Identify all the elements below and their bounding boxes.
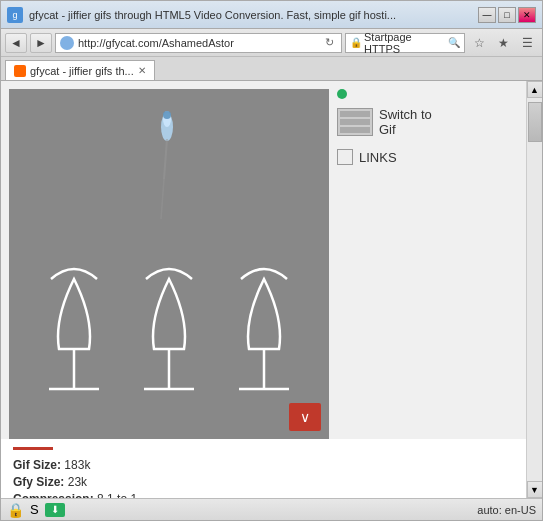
links-icon — [337, 149, 353, 165]
links-button[interactable]: LINKS — [337, 149, 501, 165]
compression-label: Compression: — [13, 492, 94, 498]
stats-area: Gif Size: 183k Gfy Size: 23k Compression… — [1, 439, 526, 498]
search-icon: 🔍 — [448, 37, 460, 48]
top-section: ∨ Switch to — [1, 81, 526, 439]
search-text: Startpage HTTPS — [364, 31, 446, 55]
compression-value: 8.1 to 1 — [97, 492, 137, 498]
scrollbar: ▲ ▼ — [526, 81, 542, 498]
title-bar: g gfycat - jiffier gifs through HTML5 Vi… — [1, 1, 542, 29]
bookmark-star-icon[interactable]: ☆ — [468, 33, 490, 53]
gfy-size-value: 23k — [68, 475, 87, 489]
refresh-button[interactable]: ↻ — [321, 35, 337, 51]
nav-bar: ◄ ► http://gfycat.com/AshamedAstor ↻ 🔒 S… — [1, 29, 542, 57]
download-icon[interactable]: ⬇ — [45, 503, 65, 517]
video-placeholder — [9, 89, 329, 439]
gfy-size-label: Gfy Size: — [13, 475, 64, 489]
browser-icon: g — [7, 7, 23, 23]
address-bar[interactable]: http://gfycat.com/AshamedAstor ↻ — [55, 33, 342, 53]
red-divider — [13, 447, 53, 450]
svg-point-3 — [163, 111, 171, 119]
arrow-down-icon: ∨ — [300, 409, 310, 425]
gif-strip-1 — [340, 111, 370, 117]
language-status: auto: en-US — [477, 504, 536, 516]
search-engine-icon: 🔒 — [350, 37, 362, 48]
content-wrapper: ∨ Switch to — [1, 81, 542, 498]
gif-strip-2 — [340, 119, 370, 125]
bookmarks-icon[interactable]: ★ — [492, 33, 514, 53]
scroll-track[interactable] — [527, 98, 542, 481]
tab-favicon — [14, 65, 26, 77]
gif-size-value: 183k — [64, 458, 90, 472]
gif-strip-3 — [340, 127, 370, 133]
video-svg — [9, 89, 329, 439]
search-bar[interactable]: 🔒 Startpage HTTPS 🔍 — [345, 33, 465, 53]
page-layout: ∨ Switch to — [1, 81, 526, 498]
tab-label: gfycat - jiffier gifs th... — [30, 65, 134, 77]
gif-size-row: Gif Size: 183k — [13, 458, 514, 472]
switch-to-gif-button[interactable]: Switch to Gif — [337, 107, 501, 137]
gif-icon — [337, 108, 373, 136]
gif-size-label: Gif Size: — [13, 458, 61, 472]
url-text: http://gfycat.com/AshamedAstor — [78, 37, 317, 49]
back-button[interactable]: ◄ — [5, 33, 27, 53]
scroll-down-button[interactable]: ▼ — [527, 481, 543, 498]
menu-button[interactable]: ☰ — [516, 33, 538, 53]
site-icon — [60, 36, 74, 50]
forward-button[interactable]: ► — [30, 33, 52, 53]
tab-bar: gfycat - jiffier gifs th... ✕ — [1, 57, 542, 81]
expand-button[interactable]: ∨ — [289, 403, 321, 431]
status-dot — [337, 89, 347, 99]
status-bar: 🔒 S ⬇ auto: en-US — [1, 498, 542, 520]
scroll-thumb[interactable] — [528, 102, 542, 142]
minimize-button[interactable]: — — [478, 7, 496, 23]
maximize-button[interactable]: □ — [498, 7, 516, 23]
tab-close-button[interactable]: ✕ — [138, 65, 146, 76]
main-content: ∨ Switch to — [1, 81, 526, 498]
nav-icons: ☆ ★ ☰ — [468, 33, 538, 53]
links-label: LINKS — [359, 150, 397, 165]
close-button[interactable]: ✕ — [518, 7, 536, 23]
active-tab[interactable]: gfycat - jiffier gifs th... ✕ — [5, 60, 155, 80]
security-icon: 🔒 — [7, 502, 24, 518]
gfy-size-row: Gfy Size: 23k — [13, 475, 514, 489]
compression-row: Compression: 8.1 to 1 — [13, 492, 514, 498]
title-buttons: — □ ✕ — [478, 7, 536, 23]
sidebar: Switch to Gif LINKS — [329, 81, 509, 439]
s-icon: S — [30, 502, 39, 517]
switch-label: Switch to Gif — [379, 107, 432, 137]
scroll-up-button[interactable]: ▲ — [527, 81, 543, 98]
browser-window: g gfycat - jiffier gifs through HTML5 Vi… — [0, 0, 543, 521]
video-container: ∨ — [9, 89, 329, 439]
window-title: gfycat - jiffier gifs through HTML5 Vide… — [29, 9, 478, 21]
